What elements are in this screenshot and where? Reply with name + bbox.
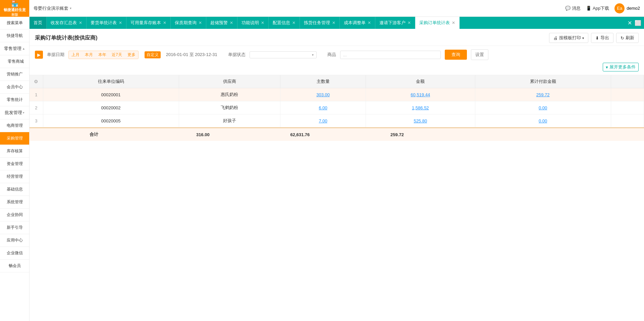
tab-yaohuo-close[interactable]: ✕ [119, 20, 122, 25]
sidebar-item-marketing[interactable]: 营销推广 [0, 68, 29, 81]
sidebar-item-wechat[interactable]: 企业微信 [0, 247, 29, 260]
filter-row-1: ▶ 单据日期 上月 本月 本年 近7天 更多 自定义 [35, 49, 639, 60]
row1-paid[interactable]: 259.72 [475, 88, 611, 101]
sidebar-item-finance[interactable]: 资金管理 [0, 158, 29, 170]
sidebar-item-operations[interactable]: 经营管理 [0, 170, 29, 183]
toggle-last-month[interactable]: 上月 [69, 51, 82, 59]
logo-text: 畅捷通好生意 [4, 7, 26, 12]
table-row: 1 00020001 惠氏奶粉 303.00 60,519.44 259.72 [30, 88, 644, 101]
custom-date-badge[interactable]: 自定义 [145, 51, 161, 58]
row3-num: 3 [30, 114, 43, 127]
workspace-name: 母婴行业演示账套 [34, 5, 68, 11]
tab-yaohuo[interactable]: 要货单统计表 ✕ [87, 17, 126, 29]
tab-gongnengshuo[interactable]: 功能说明 ✕ [237, 17, 269, 29]
page-actions: 🖨 按模板打印 ▾ ⬇ 导出 ↻ 刷新 [549, 33, 639, 43]
sidebar-item-member2[interactable]: 畅会员 [0, 260, 29, 272]
sidebar-item-newguide[interactable]: 新手引导 [0, 221, 29, 234]
goods-input[interactable]: ... [340, 51, 441, 59]
tab-chaochuyujing-close[interactable]: ✕ [230, 20, 233, 25]
sidebar-item-ecommerce[interactable]: 电商管理 [0, 119, 29, 132]
col-qty: 主数量 [280, 75, 366, 88]
tab-caigou-label: 采购订单统计表 [419, 20, 450, 26]
tab-shoufacat-close[interactable]: ✕ [79, 20, 82, 25]
topbar-left: 母婴行业演示账套 ▾ [34, 5, 71, 11]
toggle-more[interactable]: 更多 [125, 51, 138, 59]
tab-keyongliang-close[interactable]: ✕ [163, 20, 166, 25]
page-inner: 采购订单统计表(按供应商) 🖨 按模板打印 ▾ ⬇ 导出 ↻ 刷新 [30, 29, 644, 321]
tab-home-label: 首页 [34, 20, 42, 26]
row1-amount[interactable]: 60,519.44 [366, 88, 475, 101]
row2-paid[interactable]: 0.00 [475, 101, 611, 114]
row3-amount[interactable]: 525.80 [366, 114, 475, 127]
status-select[interactable]: ▾ [250, 51, 317, 58]
sidebar-item-purchase[interactable]: 采购管理 [0, 132, 29, 145]
sidebar-item-retail[interactable]: 零售管理 ▲ [0, 42, 29, 55]
tab-gongnengshuo-close[interactable]: ✕ [261, 20, 264, 25]
sidebar-item-retail-mall[interactable]: 零售商城 [0, 55, 29, 68]
tab-zhehuo[interactable]: 拣货任务管理 ✕ [300, 17, 340, 29]
sidebar-item-batch[interactable]: 批发管理 ▾ [0, 106, 29, 119]
search-button[interactable]: 查询 [445, 50, 467, 60]
page-title: 采购订单统计表(按供应商) [35, 35, 98, 42]
sidebar: 🏪 畅捷通好生意 标版 搜索菜单 快捷导航 零售管理 ▲ 零售商城 营销推广 会… [0, 0, 30, 321]
tab-chaochuyujing[interactable]: 超储预警 ✕ [206, 17, 237, 29]
sidebar-item-member[interactable]: 会员中心 [0, 81, 29, 94]
tab-peizhi-close[interactable]: ✕ [292, 20, 296, 25]
tab-caigou-close[interactable]: ✕ [452, 20, 455, 25]
sidebar-item-appcenter[interactable]: 应用中心 [0, 234, 29, 247]
sidebar-item-enterprise[interactable]: 企业协同 [0, 209, 29, 221]
row3-supplier: 好孩子 [179, 114, 280, 127]
refresh-icon: ↻ [621, 36, 624, 41]
export-button[interactable]: ⬇ 导出 [591, 33, 613, 43]
col-settings[interactable]: ⚙ [30, 75, 43, 88]
date-toggle-group: 上月 本月 本年 近7天 更多 [68, 51, 139, 59]
tab-keyongliang[interactable]: 可用量库存账本 ✕ [126, 17, 171, 29]
tab-baozhi-close[interactable]: ✕ [199, 20, 202, 25]
row3-code: 00020005 [43, 114, 179, 127]
tab-close-all-icon[interactable]: ✕ [628, 20, 632, 26]
tab-baozhi[interactable]: 保质期查询 ✕ [171, 17, 206, 29]
sidebar-item-inventory[interactable]: 库存核算 [0, 145, 29, 158]
tab-home[interactable]: 首页 [30, 17, 47, 29]
filter-collapse-button[interactable]: ▶ [35, 51, 43, 59]
tab-chengben[interactable]: 成本调整单 ✕ [340, 17, 375, 29]
row3-qty[interactable]: 7.00 [280, 114, 366, 127]
tab-baozhi-label: 保质期查询 [175, 20, 197, 26]
sidebar-item-search[interactable]: 搜索菜单 [0, 17, 29, 30]
date-range-text: 2016-01-01 至 2023-12-31 [166, 52, 217, 58]
tab-yaoqing[interactable]: 邀请下游客户 ✕ [375, 17, 415, 29]
tab-peizhi[interactable]: 配置信息 ✕ [269, 17, 300, 29]
col-supplier: 供应商 [179, 75, 280, 88]
row3-paid[interactable]: 0.00 [475, 114, 611, 127]
sidebar-item-retail-stat[interactable]: 零售统计 [0, 94, 29, 106]
setting-button[interactable]: 设置 [471, 49, 488, 60]
workspace-selector[interactable]: 母婴行业演示账套 ▾ [34, 5, 71, 11]
toggle-last-7days[interactable]: 近7天 [109, 51, 125, 59]
footer-label: 合计 [34, 131, 154, 138]
message-button[interactable]: 💬 消息 [565, 5, 581, 11]
tab-yaohuo-label: 要货单统计表 [91, 20, 117, 26]
column-settings-icon[interactable]: ⚙ [34, 79, 38, 84]
tab-zhehuo-label: 拣货任务管理 [304, 20, 330, 26]
sidebar-item-system[interactable]: 系统管理 [0, 196, 29, 209]
tab-zhehuo-close[interactable]: ✕ [332, 20, 335, 25]
tab-chengben-close[interactable]: ✕ [368, 20, 371, 25]
tab-maximize-icon[interactable]: ⬜ [635, 20, 641, 26]
sidebar-item-quick[interactable]: 快捷导航 [0, 30, 29, 42]
user-menu[interactable]: Ea demo2 [614, 3, 640, 13]
print-button[interactable]: 🖨 按模板打印 ▾ [549, 33, 588, 43]
toggle-this-month[interactable]: 本月 [82, 51, 96, 59]
row2-qty[interactable]: 6.00 [280, 101, 366, 114]
expand-more-button[interactable]: ▾ 展开更多条件 [603, 63, 639, 71]
sidebar-item-basic[interactable]: 基础信息 [0, 183, 29, 196]
tab-shoufacat[interactable]: 收发存汇总表 ✕ [47, 17, 87, 29]
row1-qty[interactable]: 303.00 [280, 88, 366, 101]
toggle-this-year[interactable]: 本年 [96, 51, 109, 59]
refresh-button[interactable]: ↻ 刷新 [616, 33, 639, 43]
tab-yaoqing-close[interactable]: ✕ [408, 20, 411, 25]
row2-amount[interactable]: 1,586.52 [366, 101, 475, 114]
app-download-label: App下载 [593, 5, 609, 11]
tab-caigou[interactable]: 采购订单统计表 ✕ [415, 17, 460, 29]
app-download-button[interactable]: 📱 App下载 [586, 5, 609, 11]
logo-icon: 🏪 [11, 0, 18, 7]
